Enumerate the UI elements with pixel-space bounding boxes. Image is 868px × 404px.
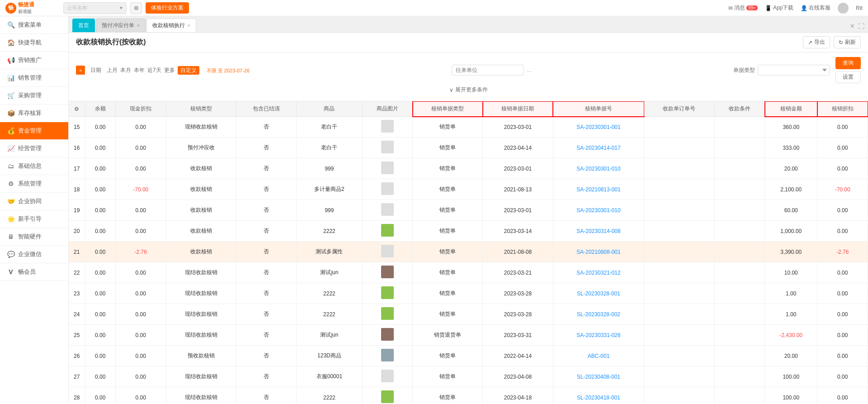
bill-no-link[interactable]: SA-20230414-017	[576, 145, 620, 151]
tab-prepay[interactable]: 预付冲应付单 ×	[96, 19, 146, 32]
cell-bill-type: 销货单	[413, 242, 483, 262]
cell-bill-no[interactable]: SA-20230314-008	[553, 221, 644, 242]
bill-no-link[interactable]: SA-20230301-010	[576, 166, 620, 172]
product-image	[381, 349, 394, 361]
filter-row-1: » 日期 上月 本月 本年 近7天 更多 自定义 不限 至 2023-07-26	[76, 57, 861, 83]
sidebar-item-shortcut[interactable]: 🏠 快捷导航	[0, 34, 68, 52]
bill-no-link[interactable]: SL-20230328-001	[577, 290, 620, 297]
bill-type-select[interactable]	[758, 65, 830, 76]
cell-product: 测试jun	[297, 325, 363, 346]
cell-bill-no[interactable]: ABC-001	[553, 346, 644, 366]
col-settings[interactable]: ⚙	[69, 101, 85, 117]
sidebar-item-search[interactable]: 🔍 搜索菜单	[0, 16, 68, 34]
date-link-last-month[interactable]: 上月	[107, 67, 118, 74]
bill-no-link[interactable]: ABC-001	[588, 353, 610, 359]
sidebar-item-system[interactable]: ⚙ 系统管理	[0, 175, 68, 193]
sidebar-label-marketing: 营销推广	[18, 56, 42, 64]
table-row: 26 0.00 0.00 预收款核销 否 123D商品 销货单 2022-04-…	[69, 346, 868, 366]
wechat-icon: 💬	[7, 251, 14, 258]
app-download-btn[interactable]: 📱 App下载	[765, 4, 793, 12]
cell-bill-no[interactable]: SL-20230408-001	[553, 366, 644, 387]
bill-no-link[interactable]: SA-20230321-012	[576, 270, 620, 276]
bill-no-link[interactable]: SA-20210813-001	[576, 186, 620, 193]
sidebar-item-enterprise[interactable]: 🤝 企业协同	[0, 193, 68, 210]
cell-product-image	[362, 387, 412, 404]
date-link-this-year[interactable]: 本年	[134, 67, 145, 74]
tab-close-all[interactable]: ×	[850, 22, 854, 30]
cell-bill-no[interactable]: SA-20230301-010	[553, 200, 644, 221]
page-actions: ↗ 导出 ↻ 刷新	[803, 36, 861, 48]
bill-no-link[interactable]: SA-20230331-026	[576, 332, 620, 338]
date-link-custom[interactable]: 自定义	[178, 66, 199, 75]
bill-no-link[interactable]: SA-20230301-010	[576, 207, 620, 214]
page-header: 收款核销执行(按收款) ↗ 导出 ↻ 刷新	[69, 33, 868, 52]
product-image	[381, 286, 394, 299]
bill-no-link[interactable]: SL-20230418-001	[577, 394, 620, 401]
table-container[interactable]: ⚙ 余额 现金折扣 核销类型 包含已结清 商品 商品图片 核销单据类型 核销单据…	[69, 101, 868, 404]
bill-no-link[interactable]: SA-20230301-001	[576, 124, 620, 130]
tab-receipt-close[interactable]: ×	[188, 23, 190, 28]
cell-receipt-order-no	[644, 346, 714, 366]
sidebar-item-marketing[interactable]: 📢 营销推广	[0, 52, 68, 69]
cell-bill-no[interactable]: SL-20230328-002	[553, 304, 644, 325]
logo-icon: 畅	[5, 3, 16, 14]
cell-bill-no[interactable]: SA-20230321-012	[553, 262, 644, 283]
cell-bill-no[interactable]: SA-20230301-001	[553, 117, 644, 138]
sidebar-item-guide[interactable]: 🌟 新手引导	[0, 210, 68, 228]
tab-receipt[interactable]: 收款核销执行 ×	[146, 19, 196, 32]
sidebar-item-operation[interactable]: 📈 经营管理	[0, 140, 68, 157]
settings-btn[interactable]: ⚙	[130, 2, 142, 14]
expand-more-row[interactable]: ∨ 展开更多条件	[76, 83, 861, 96]
online-service-btn[interactable]: 👤 在线客服	[801, 4, 830, 12]
partner-input[interactable]	[452, 65, 524, 76]
date-link-7days[interactable]: 近7天	[147, 67, 161, 74]
cell-cash-discount: 0.00	[116, 366, 166, 387]
cell-receipt-order-no	[644, 179, 714, 200]
sidebar-item-inventory[interactable]: 📦 库存核算	[0, 105, 68, 122]
date-link-this-month[interactable]: 本月	[120, 67, 131, 74]
table-row: 25 0.00 0.00 现结收款核销 否 测试jun 销货退货单 2023-0…	[69, 325, 868, 346]
bill-no-link[interactable]: SA-20230314-008	[576, 228, 620, 234]
setting-btn[interactable]: 设置	[835, 71, 861, 83]
filter-expand-btn[interactable]: »	[76, 66, 85, 75]
cell-bill-no[interactable]: SL-20230418-001	[553, 387, 644, 404]
cell-verify-discount: 0.00	[817, 262, 868, 283]
tab-expand[interactable]: ⛶	[858, 23, 864, 30]
cell-bill-no[interactable]: SA-20210813-001	[553, 179, 644, 200]
table-row: 21 0.00 -2.76 收款核销 否 测试多属性 销货单 2021-08-0…	[69, 242, 868, 262]
company-selector[interactable]: 公司名称 ▼	[63, 2, 127, 14]
sidebar-item-member[interactable]: V 畅会员	[0, 263, 68, 281]
export-btn[interactable]: ↗ 导出	[803, 36, 830, 48]
bill-no-link[interactable]: SL-20230328-002	[577, 311, 620, 318]
cell-bill-no[interactable]: SL-20230328-001	[553, 283, 644, 304]
cell-balance: 0.00	[85, 262, 116, 283]
cell-bill-no[interactable]: SA-20230301-010	[553, 158, 644, 179]
date-link-more[interactable]: 更多	[164, 67, 175, 74]
sidebar-item-sales[interactable]: 📊 销售管理	[0, 69, 68, 87]
cell-bill-no[interactable]: SA-20230331-026	[553, 325, 644, 346]
sidebar-item-wechat[interactable]: 💬 企业微信	[0, 246, 68, 263]
bill-no-link[interactable]: SA-20210808-001	[576, 249, 620, 255]
sidebar-item-purchase[interactable]: 🛒 采购管理	[0, 87, 68, 105]
query-btn[interactable]: 查询	[835, 57, 861, 69]
partner-dots: ...	[527, 67, 531, 73]
cell-bill-date: 2023-03-01	[483, 200, 553, 221]
industry-btn[interactable]: 体验行业方案	[146, 2, 189, 14]
cell-product: 123D商品	[297, 346, 363, 366]
user-avatar[interactable]	[838, 3, 849, 14]
product-image	[381, 266, 394, 278]
sidebar-item-hardware[interactable]: 🖥 智能硬件	[0, 228, 68, 246]
cell-no: 28	[69, 387, 85, 404]
tab-home[interactable]: 首页	[72, 19, 95, 32]
cell-bill-no[interactable]: SA-20230414-017	[553, 138, 644, 158]
sidebar-item-finance[interactable]: 💰 资金管理	[0, 122, 68, 140]
sidebar-item-basicinfo[interactable]: 🗂 基础信息	[0, 157, 68, 175]
cell-bill-no[interactable]: SA-20210808-001	[553, 242, 644, 262]
bill-no-link[interactable]: SL-20230408-001	[577, 374, 620, 380]
cell-verify-type: 预收款核销	[166, 346, 236, 366]
refresh-btn[interactable]: ↻ 刷新	[834, 36, 861, 48]
tab-prepay-close[interactable]: ×	[137, 23, 140, 28]
cell-balance: 0.00	[85, 179, 116, 200]
cell-receipt-condition	[714, 179, 764, 200]
message-btn[interactable]: ✉ 消息 99+	[728, 4, 758, 12]
